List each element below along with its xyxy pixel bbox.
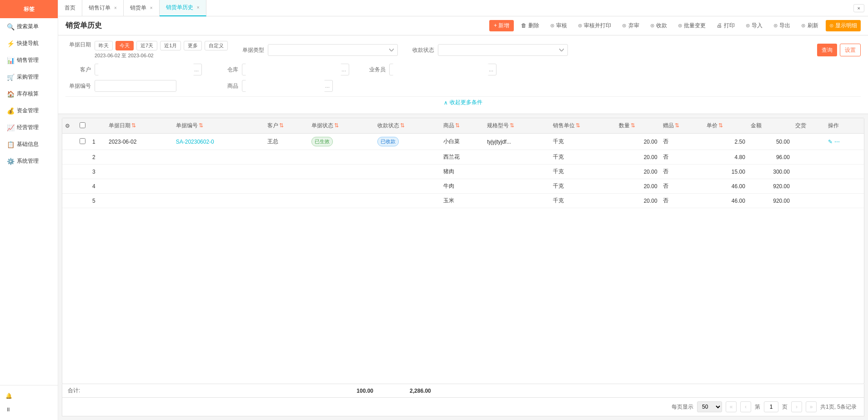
print-button[interactable]: 🖨 打印: [713, 20, 738, 31]
row-checkbox[interactable]: [80, 138, 85, 144]
page-first-btn[interactable]: «: [726, 401, 737, 412]
th-settings[interactable]: ⚙: [62, 118, 77, 134]
th-transaction: 交货: [793, 118, 825, 134]
tab-bar-close-btn[interactable]: ×: [853, 4, 864, 12]
date-more-btn[interactable]: 更多: [184, 41, 202, 50]
page-next-btn[interactable]: ›: [791, 401, 802, 412]
tab-sales-delivery[interactable]: 销货单 ×: [124, 0, 160, 16]
page-input[interactable]: [764, 401, 778, 412]
discard-button[interactable]: ⊙ 弃审: [618, 20, 642, 31]
td-settings: [62, 150, 77, 165]
doc-no-input[interactable]: [95, 80, 176, 92]
settings-button[interactable]: 设置: [840, 44, 861, 56]
tab-sales-history[interactable]: 销货单历史 ×: [160, 0, 206, 16]
goods-dots[interactable]: ...: [325, 83, 330, 89]
import-button[interactable]: ⊙ 导入: [742, 20, 766, 31]
th-spec[interactable]: 规格型号⇅: [484, 118, 550, 134]
td-spec: tyjyjtyjdf...: [484, 134, 550, 150]
sidebar-bottom-item-1[interactable]: 🔔: [0, 389, 58, 403]
td-price: 15.00: [704, 165, 748, 179]
date-today-btn[interactable]: 今天: [115, 41, 134, 50]
sidebar-bottom-item-2[interactable]: ⏸: [0, 403, 58, 416]
th-customer[interactable]: 客户⇅: [265, 118, 309, 134]
collect-button[interactable]: ⊙ 收款: [647, 20, 671, 31]
sidebar-item-base-info[interactable]: 📋 基础信息: [0, 136, 58, 153]
sidebar-item-sys-mgmt[interactable]: ⚙️ 系统管理: [0, 153, 58, 170]
date-yesterday-btn[interactable]: 昨天: [95, 41, 113, 50]
refresh-button[interactable]: ⊙ 刷新: [798, 20, 822, 31]
th-gift[interactable]: 赠品⇅: [660, 118, 704, 134]
sidebar-item-purchase-mgmt[interactable]: 🛒 采购管理: [0, 69, 58, 85]
td-amount: 920.00: [748, 194, 793, 208]
td-check[interactable]: [77, 165, 90, 179]
th-qty[interactable]: 数量⇅: [616, 118, 660, 134]
th-date[interactable]: 单据日期⇅: [106, 118, 173, 134]
th-check[interactable]: [77, 118, 90, 134]
sidebar-item-inventory[interactable]: 🏠 库存核算: [0, 85, 58, 102]
delete-button[interactable]: 🗑 删除: [517, 20, 542, 31]
sidebar-item-finance[interactable]: 💰 资金管理: [0, 102, 58, 119]
th-unit[interactable]: 销售单位⇅: [550, 118, 616, 134]
goods-input[interactable]: [245, 80, 325, 92]
date-custom-btn[interactable]: 自定义: [205, 41, 228, 50]
sidebar-item-sales-mgmt[interactable]: 📊 销售管理: [0, 52, 58, 69]
customer-input[interactable]: [98, 64, 194, 75]
action-more-link[interactable]: ⋯: [834, 139, 840, 145]
doc-no-link[interactable]: SA-20230602-0: [176, 139, 214, 145]
staff-label: 业务员: [360, 66, 386, 74]
doc-type-select[interactable]: [268, 44, 398, 56]
warehouse-input[interactable]: [245, 64, 341, 75]
purchase-icon: 🛒: [7, 74, 14, 81]
page-prev-btn[interactable]: ‹: [740, 401, 751, 412]
filter-row-1: 单据日期 昨天 今天 近7天 近1月 更多 自定义 2023-06-02 至 2…: [65, 41, 861, 59]
date-last7-btn[interactable]: 近7天: [136, 41, 157, 50]
td-goods: 西兰花: [441, 150, 485, 165]
audit-print-button[interactable]: ⊙ 审核并打印: [574, 20, 615, 31]
td-goods: 猪肉: [441, 165, 485, 179]
display-detail-button[interactable]: ⊙ 显示明细: [826, 20, 861, 31]
export-button[interactable]: ⊙ 导出: [770, 20, 794, 31]
tab-sales-delivery-label: 销货单: [130, 4, 146, 12]
payment-status-select[interactable]: [438, 44, 568, 56]
sidebar-item-quick-nav[interactable]: ⚡ 快捷导航: [0, 35, 58, 52]
sidebar-item-operations[interactable]: 📈 经营管理: [0, 119, 58, 136]
td-check[interactable]: [77, 150, 90, 165]
collapse-filter-btn[interactable]: ∧ 收起更多条件: [65, 96, 861, 108]
staff-dots[interactable]: ...: [489, 66, 493, 73]
batch-change-button[interactable]: ⊙ 批量变更: [674, 20, 709, 31]
sidebar-item-label: 基础信息: [17, 140, 39, 148]
tab-home[interactable]: 首页: [58, 0, 82, 16]
table-row: 3 猪肉 千克 20.00 否 15.00 300.00: [62, 165, 864, 179]
th-price[interactable]: 单价⇅: [704, 118, 748, 134]
th-goods[interactable]: 商品⇅: [441, 118, 485, 134]
sidebar-item-search-menu[interactable]: 🔍 搜索菜单: [0, 18, 58, 35]
staff-input[interactable]: [392, 64, 489, 75]
th-doc-status[interactable]: 单据状态⇅: [309, 118, 375, 134]
tab-sales-order[interactable]: 销售订单 ×: [82, 0, 124, 16]
warehouse-dots[interactable]: ...: [341, 66, 346, 73]
th-amount: 金额: [748, 118, 793, 134]
td-pay-status: [375, 179, 441, 194]
td-settings: [62, 165, 77, 179]
audit-button[interactable]: ⊙ 审核: [547, 20, 571, 31]
customer-dots[interactable]: ...: [194, 66, 199, 73]
date-range-text: 2023-06-02 至 2023-06-02: [95, 53, 154, 58]
tab-sales-order-close[interactable]: ×: [114, 5, 117, 10]
tab-sales-delivery-close[interactable]: ×: [150, 5, 153, 10]
td-action: [825, 179, 864, 194]
td-check[interactable]: [77, 134, 90, 150]
per-page-select[interactable]: 50 10 20 100: [697, 401, 722, 412]
table-area: ⚙ 单据日期⇅ 单据编号⇅ 客户⇅ 单据状态⇅ 收款状态⇅ 商品⇅ 规格型号⇅ …: [62, 118, 864, 384]
td-spec: [484, 179, 550, 194]
td-check[interactable]: [77, 194, 90, 208]
tab-sales-history-close[interactable]: ×: [197, 5, 200, 10]
query-button[interactable]: 查询: [817, 44, 837, 56]
td-check[interactable]: [77, 179, 90, 194]
date-last-month-btn[interactable]: 近1月: [160, 41, 181, 50]
action-edit-link[interactable]: ✎: [828, 139, 833, 145]
th-pay-status[interactable]: 收款状态⇅: [375, 118, 441, 134]
th-doc-no[interactable]: 单据编号⇅: [173, 118, 265, 134]
page-last-btn[interactable]: »: [806, 401, 817, 412]
select-all-checkbox[interactable]: [80, 122, 85, 128]
new-button[interactable]: + 新增: [489, 20, 514, 31]
